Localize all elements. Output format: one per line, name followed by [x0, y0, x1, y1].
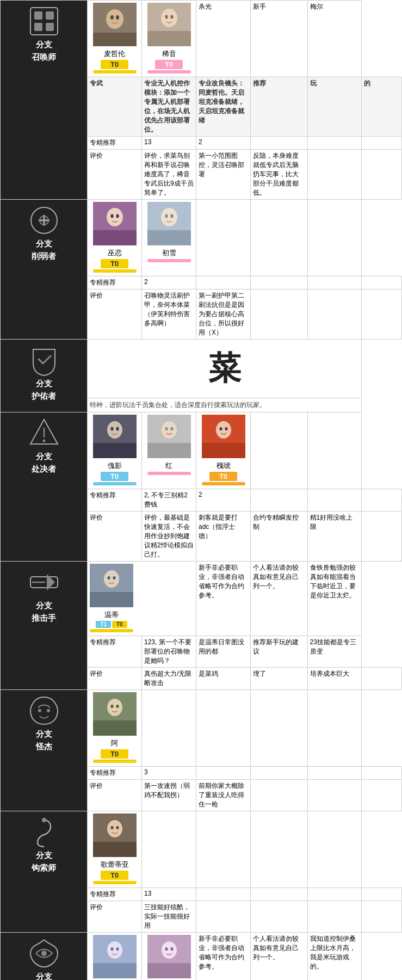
- svg-point-20: [116, 214, 119, 218]
- svg-point-58: [116, 705, 119, 708]
- mastery-xiyin: 2: [196, 137, 251, 150]
- branch-name-hooker: 钩索师: [3, 863, 85, 873]
- svg-point-53: [38, 709, 41, 712]
- svg-rect-1: [34, 11, 42, 20]
- ambusher-opinion: 个人看法请勿较真如有意见自己列一个。: [251, 933, 308, 981]
- badge-kuaiku: T0: [209, 472, 237, 481]
- svg-point-23: [161, 208, 177, 226]
- mastery-executor-2: 2: [196, 489, 251, 511]
- branch-pusher: 分支 推击手: [1, 562, 88, 690]
- badge-a: T0: [101, 749, 128, 759]
- branch-weird: 分支 怪杰: [1, 690, 88, 811]
- tier-gandiya: [93, 881, 137, 884]
- branch-name-summoner: 召唤师: [3, 52, 85, 63]
- eval-label-executor: 评价: [88, 511, 142, 562]
- char-cell-wenshao: 温蒂 T1 T0: [88, 562, 196, 636]
- mastery-maiyuelun: 13: [142, 137, 196, 150]
- svg-rect-65: [93, 842, 137, 857]
- ambusher-newbie: 新手非必要职业，非强者自动省略可作为合约参考。: [196, 933, 251, 981]
- weird-c3: [196, 690, 251, 767]
- mastery-hooker-c3: [251, 888, 308, 901]
- hooker-c5: [307, 811, 361, 888]
- branch-prefix-hooker: 分支: [3, 850, 85, 861]
- eval-xiyin: 第一小范围图控，灵活召唤部署: [196, 150, 251, 200]
- tier-guiying: [93, 482, 137, 485]
- portrait-kuaiku: [202, 415, 245, 458]
- svg-point-42: [219, 427, 222, 430]
- svg-point-69: [110, 947, 113, 951]
- portrait-maiyuelun: [93, 3, 137, 46]
- eval-pusher-4: 培养成本巨大: [307, 668, 361, 690]
- executor-c5: [307, 412, 361, 489]
- char-cell-a: 阿 T0: [88, 690, 142, 767]
- mastery-hooker-c4: [307, 888, 361, 901]
- char-cell-chuxue: 初雪: [142, 200, 196, 276]
- eval-pusher-3: 埋了: [251, 668, 308, 690]
- branch-prefix-pusher: 分支: [3, 601, 85, 611]
- mastery-weakener-c5: [362, 276, 402, 289]
- svg-point-56: [107, 699, 122, 716]
- branch-name-executor: 处决者: [3, 464, 85, 474]
- svg-point-50: [108, 576, 110, 580]
- protector-cai: 菜: [90, 341, 359, 396]
- tier-hong: [147, 472, 191, 475]
- svg-rect-71: [93, 963, 137, 978]
- mastery-weird: 3: [142, 767, 196, 780]
- svg-rect-34: [93, 443, 137, 458]
- char-cell-hong: 红: [142, 412, 196, 489]
- branch-name-weird: 怪杰: [3, 742, 85, 752]
- svg-point-32: [110, 427, 113, 431]
- char-name-hong: 红: [144, 461, 194, 471]
- mastery-c3: [251, 137, 308, 150]
- svg-rect-52: [90, 592, 133, 607]
- branch-icon-weakener: [3, 204, 85, 237]
- eval-kill: 反隐，本身难度就低专武后无脑扔车完事，比大部分干员难度都低。: [251, 150, 308, 200]
- eval-pusher-5: [362, 668, 402, 690]
- eval-a: 第一攻速拐（弱鸡不配我拐）: [142, 780, 196, 811]
- svg-point-63: [110, 826, 113, 829]
- tier-kuaiku: [202, 482, 245, 485]
- weapon-c5: 的: [362, 77, 402, 137]
- svg-point-68: [107, 941, 122, 959]
- char-cell-kuaiku: 槐琥 T0: [196, 412, 251, 489]
- tier-xiyin: [147, 70, 191, 73]
- mastery-hooker-c2: [196, 888, 251, 901]
- svg-rect-26: [147, 230, 191, 245]
- tier-chuxue: [147, 259, 191, 262]
- hooker-c4: [251, 811, 308, 888]
- branch-executor: 分支 处决者: [1, 412, 88, 562]
- badge-wulian: T0: [101, 259, 128, 268]
- portrait-gandiya: [93, 813, 137, 857]
- char-cell-gandiya: 歌蕾蒂亚 T0: [88, 811, 142, 888]
- svg-point-41: [216, 421, 231, 439]
- branch-icon-ambusher: [3, 937, 85, 970]
- svg-point-74: [165, 947, 168, 951]
- svg-point-12: [165, 15, 168, 19]
- svg-rect-39: [147, 443, 191, 458]
- svg-rect-2: [46, 11, 54, 20]
- badge-maiyuelun: T0: [101, 60, 128, 69]
- branch-icon-executor: [3, 417, 85, 449]
- mastery-hooker: 13: [142, 888, 196, 901]
- eval-c5: [362, 150, 402, 200]
- main-container: 分支 召唤师 麦哲伦 T0: [0, 0, 402, 980]
- table-row: 分支 护佑者 菜: [1, 340, 402, 398]
- char-name-xiyin: 稀音: [144, 49, 194, 59]
- branch-prefix-weird: 分支: [3, 729, 85, 739]
- eval-chuxue: 第一刷护甲第二刷法抗但是是因为要占据核心高台位，所以很好用（X）: [196, 289, 251, 340]
- mastery-weird-c4: [307, 767, 361, 780]
- svg-point-13: [170, 15, 173, 19]
- svg-point-49: [104, 570, 119, 588]
- svg-point-62: [107, 820, 122, 837]
- eval-label-summoner: 评价: [88, 150, 142, 200]
- portrait-piaoe: [147, 935, 191, 978]
- svg-point-70: [116, 947, 119, 951]
- eval-weird-c2: 前期你家大概除了重装没人吃得住一枪: [196, 780, 251, 811]
- col-mer: 梅尔: [307, 1, 361, 77]
- eval-c4: [307, 150, 361, 200]
- ambusher-ishan: 我知道控制伊桑上限比水月高，我是米玩游戏的。: [307, 933, 361, 981]
- svg-point-38: [170, 427, 173, 430]
- main-table: 分支 召唤师 麦哲伦 T0: [0, 0, 402, 980]
- eval-hooker-c5: [362, 901, 402, 933]
- branch-name-protector: 护佑者: [3, 391, 85, 402]
